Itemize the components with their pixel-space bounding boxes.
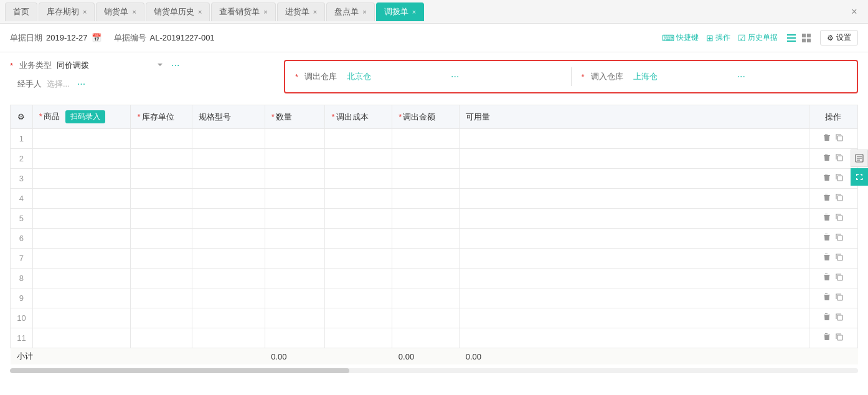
row-available-2[interactable]: [460, 149, 809, 169]
tab-view-sales[interactable]: 查看销货单 ×: [211, 2, 275, 21]
row-product-5[interactable]: [32, 209, 131, 229]
row-quantity-6[interactable]: [265, 229, 325, 249]
tab-sales-history[interactable]: 销货单历史 ×: [146, 2, 210, 21]
row-available-8[interactable]: [460, 269, 809, 288]
tab-close-inventory-count[interactable]: ×: [362, 8, 366, 16]
row-product-7[interactable]: [32, 249, 131, 269]
row-quantity-9[interactable]: [265, 288, 325, 308]
row-spec-5[interactable]: [192, 209, 265, 229]
delete-row-3-button[interactable]: [823, 173, 831, 184]
row-cost-8[interactable]: [325, 269, 392, 288]
row-cost-7[interactable]: [325, 249, 392, 269]
row-spec-8[interactable]: [192, 269, 265, 288]
row-amount-11[interactable]: [392, 328, 460, 348]
row-cost-6[interactable]: [325, 229, 392, 249]
row-unit-3[interactable]: [131, 169, 192, 189]
row-available-4[interactable]: [460, 189, 809, 209]
layout-grid-icon[interactable]: [800, 32, 813, 44]
row-product-4[interactable]: [32, 189, 131, 209]
expand-side-button[interactable]: [851, 168, 868, 186]
row-quantity-2[interactable]: [265, 149, 325, 169]
row-amount-4[interactable]: [392, 189, 460, 209]
row-quantity-5[interactable]: [265, 209, 325, 229]
row-cost-3[interactable]: [325, 169, 392, 189]
row-spec-9[interactable]: [192, 288, 265, 308]
copy-row-6-button[interactable]: [835, 233, 844, 244]
history-link[interactable]: ☑ 历史单据: [738, 32, 778, 43]
copy-row-11-button[interactable]: [835, 333, 844, 343]
copy-row-10-button[interactable]: [835, 313, 844, 323]
row-amount-1[interactable]: [392, 129, 460, 149]
business-type-dropdown[interactable]: 同价调拨: [57, 60, 89, 71]
tab-close-inventory-init[interactable]: ×: [83, 8, 87, 16]
copy-row-3-button[interactable]: [835, 173, 844, 184]
tab-purchase-order[interactable]: 进货单 ×: [277, 2, 325, 21]
row-quantity-8[interactable]: [265, 269, 325, 288]
copy-row-7-button[interactable]: [835, 253, 844, 264]
row-cost-11[interactable]: [325, 328, 392, 348]
delete-row-1-button[interactable]: [823, 133, 831, 144]
delete-row-7-button[interactable]: [823, 253, 831, 264]
row-unit-8[interactable]: [131, 269, 192, 288]
operations-link[interactable]: ⊞ 操作: [706, 32, 730, 43]
row-product-8[interactable]: [32, 269, 131, 288]
row-available-11[interactable]: [460, 328, 809, 348]
row-cost-10[interactable]: [325, 308, 392, 328]
row-quantity-4[interactable]: [265, 189, 325, 209]
col-settings[interactable]: ⚙: [11, 105, 33, 129]
row-amount-10[interactable]: [392, 308, 460, 328]
scan-button[interactable]: 扫码录入: [65, 110, 105, 123]
copy-row-2-button[interactable]: [835, 153, 844, 164]
row-unit-7[interactable]: [131, 249, 192, 269]
row-available-7[interactable]: [460, 249, 809, 269]
row-amount-6[interactable]: [392, 229, 460, 249]
row-available-9[interactable]: [460, 288, 809, 308]
row-amount-8[interactable]: [392, 269, 460, 288]
operator-more-btn[interactable]: ···: [77, 79, 85, 90]
row-product-1[interactable]: [32, 129, 131, 149]
tab-close-view-sales[interactable]: ×: [263, 8, 267, 16]
row-product-2[interactable]: [32, 149, 131, 169]
delete-row-4-button[interactable]: [823, 193, 831, 204]
row-quantity-7[interactable]: [265, 249, 325, 269]
row-spec-1[interactable]: [192, 129, 265, 149]
row-cost-2[interactable]: [325, 149, 392, 169]
delete-row-10-button[interactable]: [823, 313, 831, 323]
row-product-6[interactable]: [32, 229, 131, 249]
tab-transfer-order[interactable]: 调拨单 ×: [376, 2, 424, 21]
row-spec-4[interactable]: [192, 189, 265, 209]
row-product-11[interactable]: [32, 328, 131, 348]
row-cost-1[interactable]: [325, 129, 392, 149]
row-unit-6[interactable]: [131, 229, 192, 249]
row-available-6[interactable]: [460, 229, 809, 249]
row-spec-10[interactable]: [192, 308, 265, 328]
row-product-9[interactable]: [32, 288, 131, 308]
row-spec-2[interactable]: [192, 149, 265, 169]
row-unit-11[interactable]: [131, 328, 192, 348]
copy-row-9-button[interactable]: [835, 293, 844, 303]
row-cost-5[interactable]: [325, 209, 392, 229]
tab-inventory-count[interactable]: 盘点单 ×: [326, 2, 374, 21]
delete-row-9-button[interactable]: [823, 293, 831, 303]
dest-warehouse-more-btn[interactable]: ···: [737, 71, 745, 82]
row-spec-3[interactable]: [192, 169, 265, 189]
row-amount-9[interactable]: [392, 288, 460, 308]
tab-sales-order[interactable]: 销货单 ×: [96, 2, 144, 21]
row-unit-9[interactable]: [131, 288, 192, 308]
delete-row-2-button[interactable]: [823, 153, 831, 164]
row-amount-5[interactable]: [392, 209, 460, 229]
note-side-button[interactable]: [851, 150, 868, 167]
row-product-3[interactable]: [32, 169, 131, 189]
tab-close-sales-history[interactable]: ×: [198, 8, 202, 16]
delete-row-6-button[interactable]: [823, 233, 831, 244]
row-available-5[interactable]: [460, 209, 809, 229]
tab-home[interactable]: 首页: [5, 2, 37, 21]
tab-close-sales-order[interactable]: ×: [132, 8, 136, 16]
copy-row-4-button[interactable]: [835, 193, 844, 204]
tab-close-transfer-order[interactable]: ×: [412, 8, 416, 16]
tab-inventory-init[interactable]: 库存期初 ×: [39, 2, 95, 21]
copy-row-5-button[interactable]: [835, 213, 844, 224]
shortcuts-link[interactable]: ⌨ 快捷键: [662, 32, 699, 43]
scroll-thumb[interactable]: [10, 368, 349, 373]
row-amount-3[interactable]: [392, 169, 460, 189]
